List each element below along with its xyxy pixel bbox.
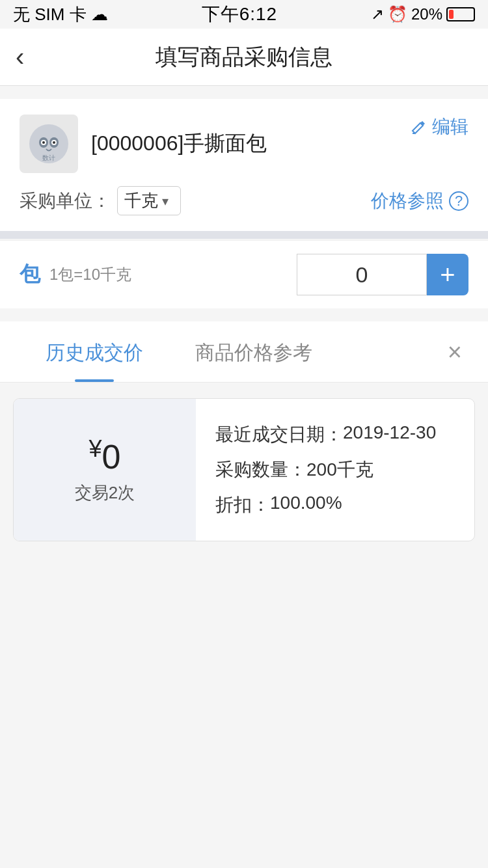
quantity-input[interactable]: 0 xyxy=(297,254,427,295)
product-header: 数计 [0000006]手撕面包 编辑 xyxy=(20,115,468,173)
product-image: 数计 xyxy=(20,115,78,173)
tabs-left: 历史成交价 商品价格参考 xyxy=(20,321,338,382)
product-logo-icon: 数计 xyxy=(26,121,72,167)
page-title: 填写商品采购信息 xyxy=(156,42,332,72)
alarm-icon: ⏰ xyxy=(388,5,407,23)
history-details-section: 最近成交日期： 2019-12-30 采购数量： 200千克 折扣： 100.0… xyxy=(196,399,474,541)
history-card: ¥0 交易2次 最近成交日期： 2019-12-30 采购数量： 200千克 折… xyxy=(13,398,475,541)
battery-percent: 20% xyxy=(411,5,442,23)
quantity-row: 包 1包=10千克 0 + xyxy=(0,240,488,308)
close-button[interactable]: × xyxy=(441,333,468,371)
tabs-container: 历史成交价 商品价格参考 × xyxy=(0,321,488,383)
detail-row-date: 最近成交日期： 2019-12-30 xyxy=(215,422,455,447)
bag-icon: 包 xyxy=(20,260,40,289)
history-price-section: ¥0 交易2次 xyxy=(14,399,196,541)
tab-history-price[interactable]: 历史成交价 xyxy=(20,321,169,382)
navigation-bar: ‹ 填写商品采购信息 xyxy=(0,29,488,86)
battery-icon xyxy=(446,7,475,21)
sim-signal-text: 无 SIM 卡 ☁ xyxy=(13,3,108,26)
divider xyxy=(0,231,488,239)
discount-label: 折扣： xyxy=(215,493,270,517)
edit-label: 编辑 xyxy=(432,115,468,139)
edit-button[interactable]: 编辑 xyxy=(410,115,468,139)
edit-icon xyxy=(410,118,428,136)
bag-sub-label: 1包=10千克 xyxy=(49,264,131,285)
price-value: 0 xyxy=(102,438,121,476)
product-name: [0000006]手撕面包 xyxy=(91,129,267,158)
price-ref-info-icon: ? xyxy=(449,191,468,211)
quantity-label-detail: 采购数量： xyxy=(215,457,306,482)
detail-row-quantity: 采购数量： 200千克 xyxy=(215,457,455,482)
quantity-controls: 0 + xyxy=(297,254,468,295)
status-bar: 无 SIM 卡 ☁ 下午6:12 ↗ ⏰ 20% xyxy=(0,0,488,29)
currency-symbol: ¥ xyxy=(89,435,102,462)
detail-row-discount: 折扣： 100.00% xyxy=(215,493,455,517)
dropdown-arrow-icon: ▾ xyxy=(162,193,169,209)
price-ref-label: 价格参照 xyxy=(371,189,444,213)
unit-label: 采购单位： 千克 ▾ xyxy=(20,186,181,215)
svg-point-5 xyxy=(42,141,45,144)
status-left: 无 SIM 卡 ☁ xyxy=(13,3,108,26)
tab-price-reference[interactable]: 商品价格参考 xyxy=(169,321,338,382)
discount-value: 100.00% xyxy=(270,493,342,517)
quantity-plus-button[interactable]: + xyxy=(427,254,468,295)
price-reference-button[interactable]: 价格参照 ? xyxy=(371,189,468,213)
history-price-display: ¥0 xyxy=(89,435,121,476)
back-button[interactable]: ‹ xyxy=(16,42,24,72)
unit-value: 千克 xyxy=(124,189,158,212)
status-time: 下午6:12 xyxy=(202,2,278,27)
svg-text:数计: 数计 xyxy=(42,154,55,161)
unit-select[interactable]: 千克 ▾ xyxy=(117,186,181,215)
status-right: ↗ ⏰ 20% xyxy=(371,5,475,23)
date-value: 2019-12-30 xyxy=(343,422,436,447)
svg-point-6 xyxy=(53,141,55,144)
trade-count: 交易2次 xyxy=(75,481,135,504)
location-icon: ↗ xyxy=(371,5,384,23)
date-label: 最近成交日期： xyxy=(215,422,343,447)
product-info-row: 采购单位： 千克 ▾ 价格参照 ? xyxy=(20,186,468,215)
main-content: ¥0 交易2次 最近成交日期： 2019-12-30 采购数量： 200千克 折… xyxy=(0,398,488,854)
quantity-label: 包 1包=10千克 xyxy=(20,260,131,289)
product-left: 数计 [0000006]手撕面包 xyxy=(20,115,267,173)
product-card: 数计 [0000006]手撕面包 编辑 采购单位： 千克 ▾ xyxy=(0,99,488,231)
quantity-value-detail: 200千克 xyxy=(306,457,373,482)
